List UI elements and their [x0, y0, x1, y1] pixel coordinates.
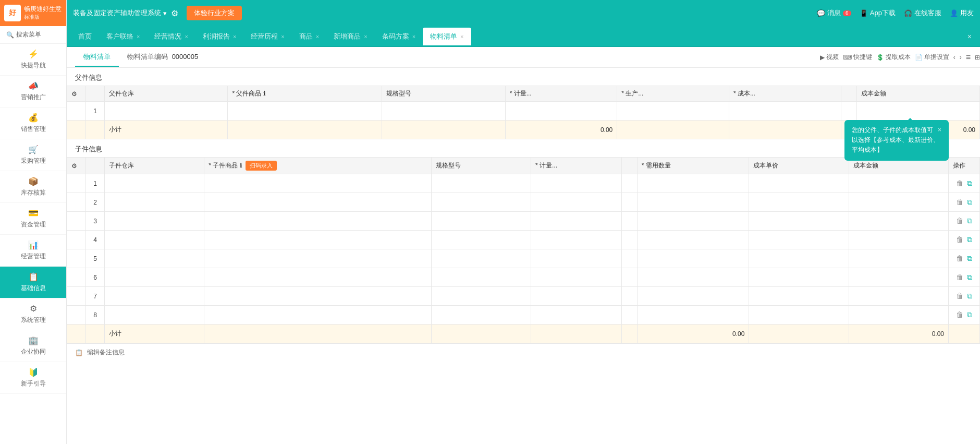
copy-icon-1[interactable]: ⧉ [967, 179, 972, 187]
child-row2-goods[interactable] [204, 193, 432, 212]
parent-row1-unit[interactable] [505, 102, 617, 121]
nav-next-icon[interactable]: › [960, 54, 962, 61]
settings-icon[interactable]: ⚙ [171, 8, 178, 18]
child-row3-spec[interactable] [431, 212, 531, 231]
child-row3-warehouse[interactable] [105, 212, 204, 231]
child-row7-spec[interactable] [431, 287, 531, 306]
delete-icon-8[interactable]: 🗑 [956, 310, 963, 319]
child-row7-qty[interactable] [637, 287, 749, 306]
delete-icon-7[interactable]: 🗑 [956, 292, 963, 300]
child-row8-unit[interactable] [531, 306, 622, 325]
child-row1-price[interactable] [749, 174, 849, 193]
sidebar-item-marketing[interactable]: 📣 营销推广 [0, 76, 66, 107]
online-service-item[interactable]: 🎧 在线客服 [904, 8, 941, 18]
child-row8-goods[interactable] [204, 306, 432, 325]
tooltip-close-btn[interactable]: × [938, 125, 941, 135]
sidebar-search[interactable]: 🔍 搜索菜单 [0, 26, 66, 44]
child-row4-unit[interactable] [531, 231, 622, 249]
system-dropdown-icon[interactable]: ▾ [163, 9, 167, 17]
child-row5-spec[interactable] [431, 249, 531, 268]
child-row2-qty[interactable] [637, 193, 749, 212]
app-download-item[interactable]: 📱 App下载 [860, 8, 896, 18]
child-row7-price[interactable] [749, 287, 849, 306]
single-settings-btn[interactable]: 📄 单据设置 [915, 53, 949, 62]
child-row8-qty[interactable] [637, 306, 749, 325]
tab-goods-close[interactable]: × [316, 33, 319, 40]
sub-tab-bom-code[interactable]: 物料清单编码 0000005 [119, 48, 206, 67]
tab-newgoods-close[interactable]: × [364, 33, 367, 40]
copy-icon-6[interactable]: ⧉ [967, 273, 972, 281]
child-row1-unit[interactable] [531, 174, 622, 193]
tab-home[interactable]: 首页 [71, 28, 99, 45]
copy-icon-3[interactable]: ⧉ [967, 217, 972, 225]
sidebar-item-purchase[interactable]: 🛒 采购管理 [0, 139, 66, 171]
parent-row1-cost[interactable] [729, 102, 841, 121]
child-row1-spec[interactable] [431, 174, 531, 193]
delete-icon-4[interactable]: 🗑 [956, 235, 963, 244]
tab-barcode-close[interactable]: × [412, 33, 415, 40]
child-row8-warehouse[interactable] [105, 306, 204, 325]
tab-history-close[interactable]: × [281, 33, 284, 40]
child-row1-qty[interactable] [637, 174, 749, 193]
child-row2-unit[interactable] [531, 193, 622, 212]
copy-icon-8[interactable]: ⧉ [967, 310, 972, 319]
child-row6-goods[interactable] [204, 268, 432, 287]
copy-icon-7[interactable]: ⧉ [967, 292, 972, 300]
child-row5-goods[interactable] [204, 249, 432, 268]
scan-button[interactable]: 扫码录入 [246, 161, 277, 171]
child-row2-price[interactable] [749, 193, 849, 212]
parent-row1-production[interactable] [617, 102, 729, 121]
delete-icon-3[interactable]: 🗑 [956, 217, 963, 225]
expand-icon[interactable]: ⊞ [975, 54, 980, 61]
tab-operation[interactable]: 经营情况 × [147, 28, 195, 45]
sidebar-item-sales[interactable]: 💰 销售管理 [0, 107, 66, 139]
child-row4-qty[interactable] [637, 231, 749, 249]
child-row2-warehouse[interactable] [105, 193, 204, 212]
child-row5-qty[interactable] [637, 249, 749, 268]
child-row6-price[interactable] [749, 268, 849, 287]
view-video-btn[interactable]: ▶ 视频 [820, 53, 839, 62]
child-row4-price[interactable] [749, 231, 849, 249]
sidebar-item-system[interactable]: ⚙ 系统管理 [0, 298, 66, 330]
sub-tab-bom-list[interactable]: 物料清单 [75, 48, 119, 67]
copy-icon-5[interactable]: ⧉ [967, 254, 972, 262]
copy-icon-2[interactable]: ⧉ [967, 198, 972, 206]
child-row8-spec[interactable] [431, 306, 531, 325]
grid-view-icon[interactable]: ≡ [966, 53, 971, 62]
parent-col-settings[interactable]: ⚙ [67, 86, 86, 102]
child-row6-qty[interactable] [637, 268, 749, 287]
child-row6-warehouse[interactable] [105, 268, 204, 287]
user-item[interactable]: 👤 用友 [950, 8, 974, 18]
child-row7-unit[interactable] [531, 287, 622, 306]
close-all-tabs[interactable]: × [963, 30, 976, 43]
nav-prev-icon[interactable]: ‹ [953, 54, 956, 61]
child-row4-spec[interactable] [431, 231, 531, 249]
child-row4-goods[interactable] [204, 231, 432, 249]
child-row7-goods[interactable] [204, 287, 432, 306]
delete-icon-6[interactable]: 🗑 [956, 273, 963, 281]
child-row5-unit[interactable] [531, 249, 622, 268]
messages-item[interactable]: 💬 消息 6 [817, 8, 851, 18]
delete-icon-2[interactable]: 🗑 [956, 198, 963, 206]
tab-bom-close[interactable]: × [460, 33, 463, 40]
tab-operation-close[interactable]: × [185, 33, 188, 40]
sidebar-item-inventory[interactable]: 📦 库存核算 [0, 171, 66, 203]
delete-icon-1[interactable]: 🗑 [956, 179, 963, 187]
sidebar-item-guide[interactable]: 🔰 新手引导 [0, 362, 66, 394]
child-row5-warehouse[interactable] [105, 249, 204, 268]
tab-bom[interactable]: 物料清单 × [423, 28, 471, 45]
child-row3-goods[interactable] [204, 212, 432, 231]
sidebar-item-enterprise[interactable]: 🏢 企业协同 [0, 330, 66, 362]
tab-newgoods[interactable]: 新增商品 × [326, 28, 374, 45]
child-row8-price[interactable] [749, 306, 849, 325]
tab-customer-close[interactable]: × [137, 33, 140, 40]
child-row4-warehouse[interactable] [105, 231, 204, 249]
child-row7-warehouse[interactable] [105, 287, 204, 306]
child-row6-spec[interactable] [431, 268, 531, 287]
delete-icon-5[interactable]: 🗑 [956, 254, 963, 262]
parent-row1-spec[interactable] [382, 102, 505, 121]
tab-barcode[interactable]: 条码方案 × [375, 28, 423, 45]
sidebar-item-operation[interactable]: 📊 经营管理 [0, 235, 66, 267]
parent-row1-goods[interactable] [228, 102, 382, 121]
trial-button[interactable]: 体验行业方案 [187, 6, 242, 20]
